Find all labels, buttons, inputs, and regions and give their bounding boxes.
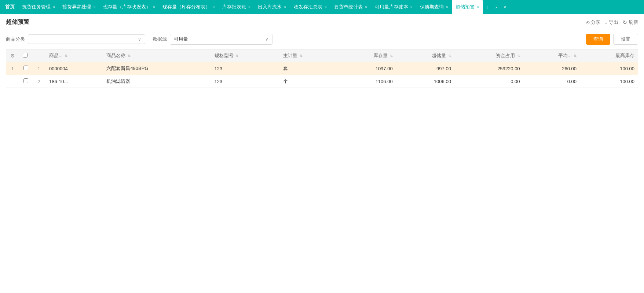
- settings-button[interactable]: 设置: [613, 34, 638, 45]
- col-header-stock[interactable]: 库存量 ⇅: [338, 49, 396, 62]
- row2-checkbox[interactable]: [23, 78, 28, 83]
- datasource-filter: 数据源 可用量 ∨: [153, 34, 272, 45]
- category-label: 商品分类: [6, 36, 25, 42]
- col-header-maxstock[interactable]: 最高库存: [580, 49, 638, 62]
- close-tab-1-icon[interactable]: ×: [53, 5, 55, 9]
- nav-tab-9[interactable]: 可用量库存账本 ×: [371, 0, 416, 14]
- category-select[interactable]: ∨: [28, 34, 145, 44]
- nav-home[interactable]: 首页: [1, 0, 18, 14]
- filter-bar: 商品分类 ∨ 数据源 可用量 ∨ 查询 设置: [0, 29, 644, 49]
- sort-spec-icon: ⇅: [235, 54, 238, 58]
- nav-arrow-right[interactable]: ›: [492, 0, 501, 14]
- sort-capital-icon: ⇅: [517, 54, 520, 58]
- row2-index: 2: [32, 75, 45, 88]
- nav-arrow-more[interactable]: ×: [501, 0, 509, 14]
- close-tab-11-icon[interactable]: ×: [477, 5, 479, 9]
- row1-spec: 123: [211, 62, 280, 75]
- row2-name: 机油滤清器: [103, 75, 211, 88]
- nav-tab-6[interactable]: 出入库流水 ×: [254, 0, 290, 14]
- table-settings-gear-icon[interactable]: ⚙: [10, 53, 15, 59]
- row1-maxstock: 100.00: [580, 62, 638, 75]
- close-tab-3-icon[interactable]: ×: [153, 5, 155, 9]
- share-icon: ⎋: [586, 19, 589, 25]
- nav-tab-10[interactable]: 保质期查询 ×: [416, 0, 452, 14]
- row1-capital: 259220.00: [455, 62, 524, 75]
- nav-tab-2[interactable]: 拣货异常处理 ×: [59, 0, 99, 14]
- row1-stock: 1097.00: [338, 62, 396, 75]
- sort-stock-icon: ⇅: [390, 54, 393, 58]
- col-header-settings: ⚙: [6, 49, 19, 62]
- nav-tab-3[interactable]: 现存量（库存状况表） ×: [99, 0, 159, 14]
- datasource-select[interactable]: 可用量 ∨: [170, 34, 272, 45]
- col-header-spec[interactable]: 规格型号 ⇅: [211, 49, 280, 62]
- col-header-checkbox: [19, 49, 32, 62]
- row1-unit: 套: [279, 62, 338, 75]
- row1-avg: 260.00: [524, 62, 580, 75]
- datasource-chevron-down-icon: ∨: [265, 37, 268, 42]
- table-container: ⚙ 商品... ⇅ 商品名称 ⇅: [0, 49, 644, 94]
- select-all-checkbox[interactable]: [23, 53, 28, 58]
- row1-code: 0000004: [45, 62, 103, 75]
- page-container: 超储预警 ⎋ 分享 ↓ 导出 ↻ 刷新 商品分类 ∨ 数据源: [0, 14, 644, 293]
- close-tab-9-icon[interactable]: ×: [410, 5, 413, 9]
- sort-name-icon: ⇅: [128, 54, 131, 58]
- row1-name: 六配套新昌490BPG: [103, 62, 211, 75]
- nav-tab-7[interactable]: 收发存汇总表 ×: [290, 0, 330, 14]
- row2-stock: 1106.00: [338, 75, 396, 88]
- nav-tab-1[interactable]: 拣货任务管理 ×: [18, 0, 59, 14]
- table-header-row: ⚙ 商品... ⇅ 商品名称 ⇅: [6, 49, 638, 62]
- row2-num: [6, 75, 19, 88]
- query-button[interactable]: 查询: [586, 34, 610, 45]
- refresh-button[interactable]: ↻ 刷新: [623, 19, 638, 26]
- col-header-over[interactable]: 超储量 ⇅: [396, 49, 455, 62]
- close-tab-7-icon[interactable]: ×: [325, 5, 327, 9]
- category-filter: 商品分类 ∨: [6, 34, 145, 44]
- row2-unit: 个: [279, 75, 338, 88]
- main-table: ⚙ 商品... ⇅ 商品名称 ⇅: [6, 49, 638, 88]
- nav-arrow-left[interactable]: ‹: [483, 0, 492, 14]
- row1-checkbox[interactable]: [23, 66, 28, 70]
- close-tab-10-icon[interactable]: ×: [446, 5, 448, 9]
- row1-num: 1: [6, 62, 19, 75]
- page-title: 超储预警: [6, 18, 29, 26]
- row2-spec: 123: [211, 75, 280, 88]
- close-tab-5-icon[interactable]: ×: [248, 5, 250, 9]
- col-header-code[interactable]: 商品... ⇅: [45, 49, 103, 62]
- header-actions: ⎋ 分享 ↓ 导出 ↻ 刷新: [586, 19, 638, 26]
- export-icon: ↓: [605, 19, 607, 25]
- nav-tab-4[interactable]: 现存量（库存分布表） ×: [159, 0, 218, 14]
- sort-code-icon: ⇅: [65, 54, 67, 58]
- table-row: 2 186-10... 机油滤清器 123 个 1106.00 1006.00 …: [6, 75, 638, 88]
- top-navigation: 首页 拣货任务管理 × 拣货异常处理 × 现存量（库存状况表） × 现存量（库存…: [0, 0, 644, 14]
- datasource-label: 数据源: [153, 36, 167, 42]
- close-tab-6-icon[interactable]: ×: [284, 5, 286, 9]
- sort-over-icon: ⇅: [448, 54, 451, 58]
- col-header-name[interactable]: 商品名称 ⇅: [103, 49, 211, 62]
- col-header-capital[interactable]: 资金占用 ⇅: [455, 49, 524, 62]
- row2-capital: 0.00: [455, 75, 524, 88]
- nav-tab-11[interactable]: 超储预警 ×: [452, 0, 483, 14]
- col-header-rownum: [32, 49, 45, 62]
- row1-index: 1: [32, 62, 45, 75]
- page-header: 超储预警 ⎋ 分享 ↓ 导出 ↻ 刷新: [0, 14, 644, 29]
- row2-over: 1006.00: [396, 75, 455, 88]
- col-header-avg[interactable]: 平均... ⇅: [524, 49, 580, 62]
- share-button[interactable]: ⎋ 分享: [586, 19, 600, 26]
- close-tab-4-icon[interactable]: ×: [212, 5, 215, 9]
- sort-avg-icon: ⇅: [574, 54, 577, 58]
- row1-over: 997.00: [396, 62, 455, 75]
- col-header-unit[interactable]: 主计量 ⇅: [279, 49, 338, 62]
- row2-maxstock: 100.00: [580, 75, 638, 88]
- export-button[interactable]: ↓ 导出: [605, 19, 618, 26]
- row2-code: 186-10...: [45, 75, 103, 88]
- row2-avg: 0.00: [524, 75, 580, 88]
- sort-unit-icon: ⇅: [300, 54, 303, 58]
- table-row: 1 1 0000004 六配套新昌490BPG 123 套 1097.00 99…: [6, 62, 638, 75]
- nav-tab-5[interactable]: 库存批次账 ×: [219, 0, 254, 14]
- row2-checkbox-cell: [19, 75, 32, 88]
- datasource-select-value: 可用量: [174, 36, 188, 42]
- close-tab-8-icon[interactable]: ×: [365, 5, 367, 9]
- category-chevron-down-icon: ∨: [138, 37, 141, 42]
- close-tab-2-icon[interactable]: ×: [93, 5, 95, 9]
- nav-tab-8[interactable]: 要货单统计表 ×: [330, 0, 371, 14]
